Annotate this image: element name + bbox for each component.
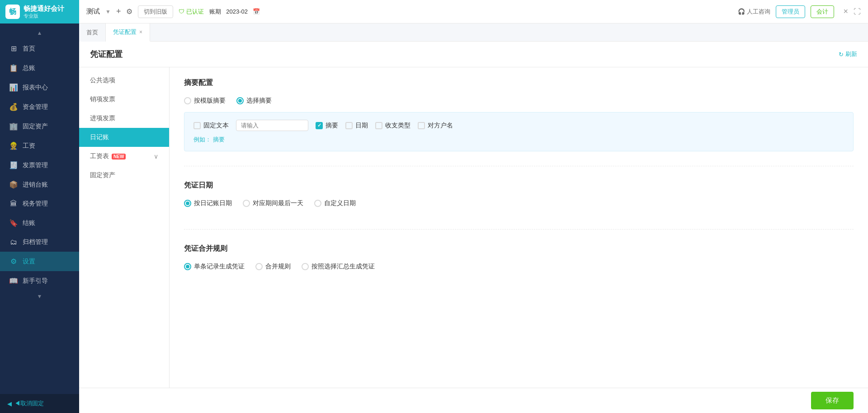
checkbox-date-label: 日期 <box>355 122 368 130</box>
sidebar-item-capital[interactable]: 💰 资金管理 <box>0 97 79 117</box>
menu-label-sales-invoice: 销项发票 <box>90 95 115 103</box>
close-period-icon: 🔖 <box>9 219 18 227</box>
menu-item-purchase-invoice[interactable]: 进项发票 <box>79 109 169 128</box>
checkbox-date[interactable]: 日期 <box>345 122 368 130</box>
menu-label-journal: 日记账 <box>90 133 109 141</box>
radio-custom-date[interactable]: 自定义日期 <box>314 199 356 207</box>
sidebar-item-close[interactable]: 🔖 结账 <box>0 213 79 233</box>
radio-select-summary[interactable]: 选择摘要 <box>236 97 272 105</box>
scroll-down-btn[interactable]: ▼ <box>0 291 79 302</box>
radio-aggregate-label: 按照选择汇总生成凭证 <box>311 263 375 271</box>
consult-button[interactable]: 🎧 人工咨询 <box>738 8 770 16</box>
radio-journal-date[interactable]: 按日记账日期 <box>184 199 232 207</box>
project-dropdown-icon[interactable]: ▼ <box>105 9 111 15</box>
footer-bar: 保存 <box>79 388 868 413</box>
period-text-label: 账期 <box>209 8 221 15</box>
checkbox-summary-label: 摘要 <box>326 122 338 130</box>
sidebar-item-home[interactable]: ⊞ 首页 <box>0 39 79 58</box>
sidebar-item-trade[interactable]: 📦 进销台账 <box>0 175 79 194</box>
menu-item-sales-invoice[interactable]: 销项发票 <box>79 90 169 109</box>
sidebar-label-invoice: 发票管理 <box>23 161 48 169</box>
summary-section: 摘要配置 按模版摘要 选择摘要 固定文本 <box>184 78 854 166</box>
sidebar-item-invoice[interactable]: 🧾 发票管理 <box>0 155 79 175</box>
trade-icon: 📦 <box>9 180 18 189</box>
sidebar-item-tax[interactable]: 🏛 税务管理 <box>0 194 79 213</box>
window-close-icon[interactable]: × <box>843 7 848 16</box>
topbar: 测试 ▼ + ⚙ 切到旧版 🛡 已认证 账期 2023-02 📅 🎧 人工咨询 … <box>79 0 868 23</box>
home-icon: ⊞ <box>9 44 18 53</box>
period-value: 2023-02 <box>226 8 248 15</box>
checkbox-income-type[interactable]: 收支类型 <box>375 122 410 130</box>
switch-version-button[interactable]: 切到旧版 <box>138 5 173 18</box>
certified-status: 🛡 已认证 <box>179 8 204 16</box>
sidebar-nav: ▲ ⊞ 首页 📋 总账 📊 报表中心 💰 资金管理 🏢 固定资产 👷 工资 🧾 … <box>0 23 79 394</box>
checkbox-fixed-text-box <box>193 122 201 129</box>
sidebar-item-fixed-asset[interactable]: 🏢 固定资产 <box>0 117 79 136</box>
radio-last-day-circle <box>243 200 250 207</box>
checkbox-summary[interactable]: 摘要 <box>316 122 338 130</box>
radio-single-record[interactable]: 单条记录生成凭证 <box>184 263 245 271</box>
sidebar-label-tax: 税务管理 <box>23 200 48 208</box>
date-radio-group: 按日记账日期 对应期间最后一天 自定义日期 <box>184 199 854 207</box>
date-section-title: 凭证日期 <box>184 181 854 190</box>
radio-select-label: 选择摘要 <box>246 97 272 105</box>
inner-layout: 公共选项 销项发票 进项发票 日记账 工资表 NEW ∨ 固定资产 <box>79 67 868 413</box>
right-content: 摘要配置 按模版摘要 选择摘要 固定文本 <box>170 67 868 413</box>
page-title: 凭证配置 <box>90 49 123 60</box>
sidebar-item-archive[interactable]: 🗂 归档管理 <box>0 233 79 252</box>
menu-label-purchase-invoice: 进项发票 <box>90 114 115 122</box>
sidebar-item-settings[interactable]: ⚙ 设置 <box>0 252 79 271</box>
refresh-button[interactable]: ↻ 刷新 <box>839 50 857 58</box>
radio-merge-rule[interactable]: 合并规则 <box>255 263 291 271</box>
checkbox-counterpart-name[interactable]: 对方户名 <box>418 122 453 130</box>
fixed-asset-icon: 🏢 <box>9 122 18 131</box>
role-button[interactable]: 会计 <box>811 5 834 18</box>
add-button[interactable]: + <box>116 7 121 16</box>
save-button[interactable]: 保存 <box>811 392 854 409</box>
radio-last-day[interactable]: 对应期间最后一天 <box>243 199 303 207</box>
tabbar: 首页 凭证配置 × <box>79 23 868 42</box>
sidebar-item-guide[interactable]: 📖 新手引导 <box>0 271 79 291</box>
fixed-text-input[interactable] <box>236 120 308 131</box>
sidebar-item-wage[interactable]: 👷 工资 <box>0 136 79 155</box>
checkbox-fixed-text[interactable]: 固定文本 <box>193 122 229 130</box>
window-expand-icon[interactable]: ⛶ <box>854 8 861 16</box>
tab-voucher-config[interactable]: 凭证配置 × <box>106 23 150 42</box>
scroll-up-btn[interactable]: ▲ <box>0 27 79 39</box>
radio-template-summary[interactable]: 按模版摘要 <box>184 97 226 105</box>
checkbox-counterpart-name-box <box>418 122 425 129</box>
example-text: 例如： 摘要 <box>193 136 844 144</box>
project-name: 测试 <box>86 7 100 16</box>
period-display: 账期 2023-02 📅 <box>209 8 259 16</box>
example-value: 摘要 <box>213 136 225 143</box>
calendar-icon[interactable]: 📅 <box>253 8 260 15</box>
left-menu: 公共选项 销项发票 进项发票 日记账 工资表 NEW ∨ 固定资产 <box>79 67 170 413</box>
sidebar-item-ledger[interactable]: 📋 总账 <box>0 58 79 78</box>
tab-home-label: 首页 <box>86 28 98 37</box>
payroll-arrow-icon: ∨ <box>154 153 158 160</box>
sidebar-label-report: 报表中心 <box>23 84 48 92</box>
radio-aggregate[interactable]: 按照选择汇总生成凭证 <box>302 263 375 271</box>
tab-close-icon[interactable]: × <box>139 29 142 35</box>
radio-template-label: 按模版摘要 <box>194 97 226 105</box>
settings-gear-icon[interactable]: ⚙ <box>126 7 132 16</box>
main-content: 凭证配置 ↻ 刷新 公共选项 销项发票 进项发票 日记账 工资表 NEW <box>79 42 868 413</box>
sidebar-label-close: 结账 <box>23 219 35 227</box>
menu-item-journal[interactable]: 日记账 <box>79 128 169 147</box>
menu-item-fixed-asset-config[interactable]: 固定资产 <box>79 166 169 185</box>
sidebar-label-settings: 设置 <box>23 258 35 266</box>
cancel-pin-btn[interactable]: ◀ ◀取消固定 <box>0 394 79 413</box>
settings-icon: ⚙ <box>9 257 18 266</box>
summary-config-box: 固定文本 摘要 日期 收支类型 <box>184 112 854 151</box>
tab-home[interactable]: 首页 <box>79 23 106 42</box>
radio-single-record-label: 单条记录生成凭证 <box>194 263 245 271</box>
admin-button[interactable]: 管理员 <box>776 5 805 18</box>
refresh-icon: ↻ <box>839 51 844 58</box>
menu-item-public[interactable]: 公共选项 <box>79 71 169 90</box>
sidebar-item-report[interactable]: 📊 报表中心 <box>0 78 79 97</box>
menu-item-payroll[interactable]: 工资表 NEW ∨ <box>79 147 169 166</box>
refresh-label: 刷新 <box>845 50 857 58</box>
summary-section-title: 摘要配置 <box>184 78 854 88</box>
checkbox-income-type-label: 收支类型 <box>385 122 410 130</box>
checkbox-income-type-box <box>375 122 382 129</box>
